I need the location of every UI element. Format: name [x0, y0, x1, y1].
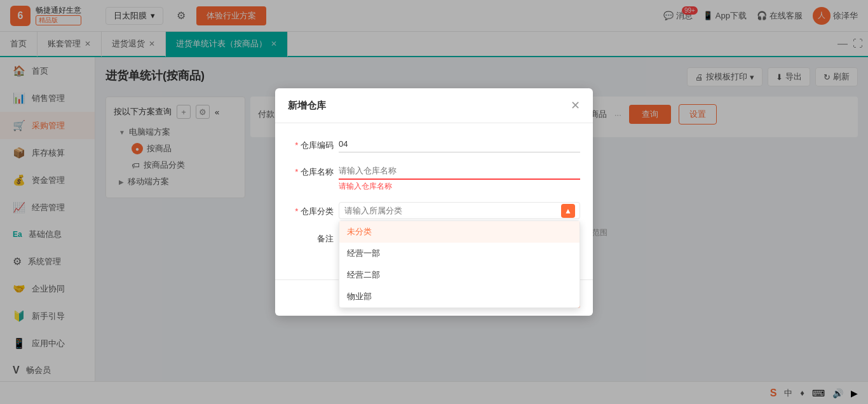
- name-control: 请输入仓库名称: [339, 163, 580, 192]
- category-select-input[interactable]: [339, 202, 580, 219]
- dropdown-item-property[interactable]: 物业部: [339, 286, 580, 307]
- category-select-wrapper: ▲: [339, 202, 580, 219]
- dropdown-item-dept1[interactable]: 经营一部: [339, 243, 580, 264]
- form-row-code: 仓库编码: [288, 136, 580, 152]
- category-chevron-up-icon[interactable]: ▲: [561, 204, 575, 218]
- dialog-close-button[interactable]: ✕: [571, 98, 580, 112]
- code-label: 仓库编码: [288, 136, 339, 151]
- dialog-title: 新增仓库: [288, 100, 326, 112]
- dropdown-item-dept2[interactable]: 经营二部: [339, 264, 580, 286]
- code-control: [339, 136, 580, 152]
- dialog-body: 仓库编码 仓库名称 请输入仓库名称 仓库分类 ▲: [275, 123, 593, 279]
- dialog-header: 新增仓库 ✕: [275, 88, 593, 123]
- form-row-name: 仓库名称 请输入仓库名称: [288, 163, 580, 192]
- dropdown-item-uncategorized[interactable]: 未分类: [339, 221, 580, 243]
- form-row-category: 仓库分类 ▲ 未分类 经营一部 经营二部 物业部: [288, 202, 580, 219]
- category-control: ▲ 未分类 经营一部 经营二部 物业部: [339, 202, 580, 219]
- name-error-msg: 请输入仓库名称: [339, 181, 580, 192]
- name-label: 仓库名称: [288, 163, 339, 178]
- name-input[interactable]: [339, 163, 580, 180]
- code-input[interactable]: [339, 136, 580, 152]
- dialog-add-warehouse: 新增仓库 ✕ 仓库编码 仓库名称 请输入仓库名称 仓库分类: [275, 88, 593, 316]
- category-label: 仓库分类: [288, 202, 339, 217]
- modal-overlay[interactable]: 新增仓库 ✕ 仓库编码 仓库名称 请输入仓库名称 仓库分类: [0, 0, 868, 404]
- category-dropdown-list: 未分类 经营一部 经营二部 物业部: [339, 220, 580, 308]
- note-label: 备注: [288, 229, 339, 245]
